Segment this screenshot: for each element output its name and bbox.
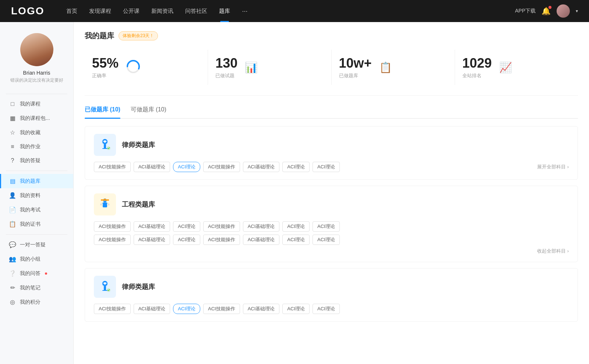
nav-more[interactable]: ··· (242, 7, 247, 15)
svg-point-2 (130, 63, 137, 70)
sidebar-item-course[interactable]: □ 我的课程 (0, 97, 73, 111)
stat-done-questions-text: 130 已做试题 (215, 56, 237, 79)
sidebar-label-exam: 我的考试 (20, 207, 40, 213)
collapse-link-eng1[interactable]: 收起全部科目 › (537, 248, 569, 254)
sidebar-item-tutor[interactable]: 💬 一对一答疑 (0, 238, 73, 252)
sidebar-item-profile[interactable]: 👤 我的资料 (0, 188, 73, 203)
tag-eng-aci-theory-1[interactable]: ACI理论 (173, 221, 200, 232)
sidebar-item-exam[interactable]: 📄 我的考试 (0, 203, 73, 217)
nav-open-course[interactable]: 公开课 (123, 8, 140, 15)
stat-accuracy-value: 55% (92, 56, 119, 71)
tag-eng2-aci-skill-2[interactable]: ACI技能操作 (203, 235, 240, 245)
tag2-aci-skill-2[interactable]: ACI技能操作 (203, 304, 240, 314)
tag2-aci-skill-1[interactable]: ACI技能操作 (94, 304, 131, 314)
expand-link-law1[interactable]: 展开全部科目 › (537, 164, 569, 170)
tag-eng-aci-theory-2[interactable]: ACI理论 (282, 221, 310, 232)
tag-aci-theory-1[interactable]: ACI理论 (173, 162, 200, 172)
main-layout: Brian Harris 错误的决定比没有决定要好 □ 我的课程 ▦ 我的课程包… (0, 22, 589, 364)
sidebar-label-notes: 我的笔记 (20, 285, 40, 291)
avatar-image (557, 4, 570, 18)
answers-icon: ❔ (9, 270, 16, 277)
tag-eng2-aci-theory-1[interactable]: ACI理论 (173, 235, 200, 245)
qbank-header-law2: 律师类题库 (94, 276, 569, 298)
qbank-card-eng1: 工程类题库 ACI技能操作 ACI基础理论 ACI理论 ACI技能操作 ACI基… (85, 186, 578, 262)
sidebar-item-points[interactable]: ◎ 我的积分 (0, 295, 73, 309)
qbank-card-law1: 律师类题库 ACI技能操作 ACI基础理论 ACI理论 ACI技能操作 ACI基… (85, 126, 578, 180)
trial-badge: 体验剩余23天！ (119, 31, 158, 40)
svg-point-5 (104, 140, 106, 143)
tag-eng-aci-skill-1[interactable]: ACI技能操作 (94, 221, 131, 232)
sidebar-label-qbank: 我的题库 (20, 178, 40, 185)
notification-bell[interactable]: 🔔 (542, 7, 551, 15)
nav-news[interactable]: 新闻资讯 (151, 8, 173, 15)
tag-eng-aci-skill-2[interactable]: ACI技能操作 (203, 221, 240, 232)
tag-aci-basic-1[interactable]: ACI基础理论 (134, 162, 170, 172)
user-avatar[interactable] (557, 4, 570, 18)
app-download[interactable]: APP下载 (515, 8, 536, 14)
sidebar-item-group[interactable]: 👥 我的小组 (0, 252, 73, 266)
sidebar-item-qbank[interactable]: ▤ 我的题库 (0, 174, 73, 188)
tag2-aci-theory-3[interactable]: ACI理论 (313, 304, 340, 314)
tag-eng2-aci-basic-1[interactable]: ACI基础理论 (134, 235, 170, 245)
tag-eng2-aci-skill-1[interactable]: ACI技能操作 (94, 235, 131, 245)
avatar-placeholder (20, 33, 53, 66)
nav-menu: 首页 发现课程 公开课 新闻资讯 问答社区 题库 ··· (66, 7, 515, 15)
qbank-title-eng1: 工程类题库 (122, 200, 155, 209)
qbank-icon: ▤ (9, 178, 16, 185)
qbank-icon-eng1 (94, 193, 116, 215)
sidebar-label-tutor: 一对一答疑 (20, 242, 46, 248)
qbank-tags-eng1-row1: ACI技能操作 ACI基础理论 ACI理论 ACI技能操作 ACI基础理论 AC… (94, 221, 569, 232)
tag2-aci-basic-2[interactable]: ACI基础理论 (243, 304, 280, 314)
tab-done[interactable]: 已做题库 (10) (85, 106, 120, 118)
tag-aci-basic-2[interactable]: ACI基础理论 (243, 162, 280, 172)
user-motto: 错误的决定比没有决定要好 (5, 77, 69, 83)
sidebar-item-course-pkg[interactable]: ▦ 我的课程包... (0, 111, 73, 125)
sidebar-item-homework[interactable]: ≡ 我的作业 (0, 140, 73, 154)
tag-eng2-aci-theory-3[interactable]: ACI理论 (313, 235, 340, 245)
tag-eng-aci-basic-1[interactable]: ACI基础理论 (134, 221, 170, 232)
sidebar-item-cert[interactable]: 📋 我的证书 (0, 217, 73, 231)
tag-aci-skill-2[interactable]: ACI技能操作 (203, 162, 240, 172)
nav-home[interactable]: 首页 (66, 8, 77, 15)
nav-discover[interactable]: 发现课程 (89, 8, 111, 15)
logo[interactable]: LOGO (11, 5, 44, 17)
qbank-tags-eng1-row2: ACI技能操作 ACI基础理论 ACI理论 ACI技能操作 ACI基础理论 AC… (94, 235, 569, 245)
stat-done-banks: 10w+ 已做题库 📋 (332, 50, 455, 85)
tab-todo[interactable]: 可做题库 (10) (131, 106, 166, 118)
sidebar-item-questions[interactable]: ? 我的答疑 (0, 154, 73, 168)
sidebar-item-notes[interactable]: ✏ 我的笔记 (0, 281, 73, 295)
user-menu-chevron[interactable]: ▾ (576, 8, 578, 14)
sidebar-label-homework: 我的作业 (20, 143, 40, 150)
tag-aci-skill-1[interactable]: ACI技能操作 (94, 162, 131, 172)
tag2-aci-basic-1[interactable]: ACI基础理论 (134, 304, 170, 314)
stat-done-banks-text: 10w+ 已做题库 (339, 56, 372, 79)
tag-eng-aci-basic-2[interactable]: ACI基础理论 (243, 221, 280, 232)
sidebar-label-course-pkg: 我的课程包... (20, 115, 50, 122)
qbank-header-eng1: 工程类题库 (94, 193, 569, 215)
tag2-aci-theory-2[interactable]: ACI理论 (282, 304, 310, 314)
sidebar-item-favorites[interactable]: ☆ 我的收藏 (0, 125, 73, 140)
stat-accuracy: 55% 正确率 (85, 50, 208, 85)
tag-eng-aci-theory-3[interactable]: ACI理论 (313, 221, 340, 232)
stat-accuracy-icon (126, 59, 141, 75)
tag-aci-theory-3[interactable]: ACI理论 (313, 162, 340, 172)
nav-qbank[interactable]: 题库 (219, 8, 230, 15)
tutor-icon: 💬 (9, 241, 16, 248)
course-pkg-icon: ▦ (9, 115, 16, 122)
nav-right: APP下载 🔔 ▾ (515, 4, 578, 18)
svg-point-12 (104, 199, 106, 200)
tag-eng2-aci-theory-2[interactable]: ACI理论 (282, 235, 310, 245)
law-icon-svg (97, 137, 113, 153)
tag2-aci-theory-1[interactable]: ACI理论 (173, 304, 200, 314)
qbank-tags-law1: ACI技能操作 ACI基础理论 ACI理论 ACI技能操作 ACI基础理论 AC… (94, 162, 569, 172)
tag-aci-theory-2[interactable]: ACI理论 (282, 162, 310, 172)
svg-point-15 (104, 282, 106, 285)
nav-qa[interactable]: 问答社区 (185, 8, 207, 15)
stat-accuracy-label: 正确率 (92, 72, 119, 79)
sidebar-item-answers[interactable]: ❔ 我的问答 (0, 266, 73, 281)
qbank-title-law2: 律师类题库 (122, 282, 155, 291)
stat-done-questions-label: 已做试题 (215, 72, 237, 79)
qbank-title-law1: 律师类题库 (122, 140, 155, 149)
points-icon: ◎ (9, 299, 16, 306)
tag-eng2-aci-basic-2[interactable]: ACI基础理论 (243, 235, 280, 245)
